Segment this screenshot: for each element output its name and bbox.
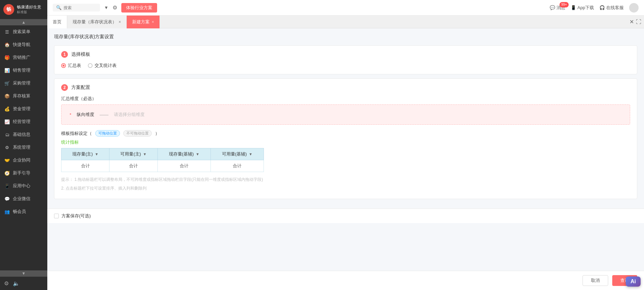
sidebar-item-inventory[interactable]: 📦 库存核算: [0, 90, 47, 102]
content-area: 现存量(库存状况表)方案设置 1 选择模板 汇总表 交叉统计表: [47, 28, 644, 271]
sidebar-footer: ⚙ 🔈: [0, 276, 47, 290]
search-box[interactable]: 🔍: [53, 4, 100, 11]
sidebar-item-search-menu[interactable]: ☰ 搜索菜单: [0, 25, 47, 38]
drag-badge: 可拖动位置: [95, 130, 120, 137]
settings-footer-icon[interactable]: ⚙: [4, 280, 9, 287]
user-avatar[interactable]: [629, 3, 639, 13]
tab-new-scheme-close-icon[interactable]: ×: [152, 20, 154, 24]
sidebar-item-purchase[interactable]: 🛒 采购管理: [0, 77, 47, 90]
sidebar-nav: ☰ 搜索菜单 🏠 快捷导航 🎁 营销推广 📊 销售管理 🛒 采购管理 📦 库存核…: [0, 25, 47, 270]
quick-nav-icon: 🏠: [4, 42, 10, 48]
radio-summary-dot: [61, 63, 66, 68]
section1-title: 选择模板: [71, 51, 90, 57]
search-icon: 🔍: [56, 5, 61, 10]
stat-table: 现存量(主) ▼ 可用量(主) ▼: [61, 148, 264, 172]
col-header-2[interactable]: 现存量(基辅) ▼: [157, 148, 210, 160]
tab-close-window-button[interactable]: ✕: [629, 19, 634, 25]
sidebar-item-basic-info[interactable]: 🗂 基础信息: [0, 128, 47, 141]
tip-2: 2. 点击标题栏下拉可设置排序、插入列和删除列: [61, 185, 630, 192]
dimension-label: 汇总维度（必选）: [61, 96, 630, 102]
enterprise-wx-icon: 💬: [4, 196, 10, 202]
sidebar-item-operations[interactable]: 📈 经营管理: [0, 115, 47, 128]
members-icon: 👥: [4, 209, 10, 215]
no-drag-badge: 不可拖动位置: [123, 130, 152, 137]
sidebar-scroll-down[interactable]: ▼: [0, 270, 47, 276]
indicator-label-close: ）: [155, 130, 159, 137]
dropdown-arrow-icon[interactable]: ▼: [104, 5, 108, 10]
sidebar-item-label: 销售管理: [13, 67, 30, 73]
col-1-label: 可用量(主): [120, 151, 141, 157]
tab-inventory-close-icon[interactable]: ×: [119, 20, 121, 24]
sidebar-item-label: 企业协同: [13, 157, 30, 163]
tab-new-scheme[interactable]: 新建方案 ×: [127, 16, 160, 28]
sidebar-item-label: 采购管理: [13, 80, 30, 86]
sidebar-item-app-center[interactable]: 📱 应用中心: [0, 179, 47, 192]
dimension-name: 纵向维度: [77, 112, 94, 118]
table-header-row: 现存量(主) ▼ 可用量(主) ▼: [61, 148, 264, 160]
tab-home-label: 首页: [53, 19, 61, 25]
sidebar: 畅 畅康通好生意 标准版 ▲ ☰ 搜索菜单 🏠 快捷导航 🎁 营销推广 📊 销售…: [0, 0, 47, 290]
sidebar-item-label: 经营管理: [13, 119, 30, 125]
section2-header: 2 方案配置: [61, 84, 630, 91]
message-count: 99+: [560, 2, 569, 7]
dimension-divider: ——: [100, 112, 108, 117]
sales-icon: 📊: [4, 67, 10, 73]
radio-summary-label: 汇总表: [68, 63, 81, 69]
topbar-right: 💬 消息 99+ 📱 App下载 🎧 在线客服: [550, 3, 639, 13]
indicator-label-text: 模板指标设定（: [61, 130, 92, 137]
main-area: 🔍 ▼ ⚙ 体验行业方案 💬 消息 99+ 📱 App下载 🎧 在线客服: [47, 0, 644, 290]
radio-cross-label: 交叉统计表: [95, 63, 117, 69]
dimension-area[interactable]: * 纵向维度 —— 请选择分组维度: [61, 104, 630, 125]
section2-title: 方案配置: [71, 84, 90, 91]
col-2-arrow-icon[interactable]: ▼: [196, 152, 199, 156]
col-2-label: 现存量(基辅): [169, 151, 194, 157]
sidebar-scroll-up[interactable]: ▲: [0, 19, 47, 25]
sidebar-item-label: 企业微信: [13, 196, 30, 202]
sound-footer-icon[interactable]: 🔈: [13, 280, 20, 287]
col-3-arrow-icon[interactable]: ▼: [249, 152, 252, 156]
save-checkbox[interactable]: [54, 214, 59, 218]
sidebar-item-system[interactable]: ⚙ 系统管理: [0, 141, 47, 154]
sidebar-item-label: 畅会员: [13, 209, 26, 215]
tab-home[interactable]: 首页: [47, 16, 67, 28]
col-header-0[interactable]: 现存量(主) ▼: [61, 148, 109, 160]
sidebar-item-new-guide[interactable]: 🧭 新手引导: [0, 167, 47, 179]
sidebar-item-sales[interactable]: 📊 销售管理: [0, 64, 47, 77]
save-checkbox-area: 方案保存(可选): [47, 209, 644, 223]
search-menu-icon: ☰: [4, 29, 10, 35]
sidebar-item-finance[interactable]: 💰 资金管理: [0, 102, 47, 115]
col-0-arrow-icon[interactable]: ▼: [95, 152, 99, 156]
stat-section-label: 统计指标: [61, 139, 630, 145]
col-header-1[interactable]: 可用量(主) ▼: [109, 148, 157, 160]
search-input[interactable]: [64, 5, 97, 10]
cancel-button[interactable]: 取消: [583, 275, 608, 286]
brand-icon: 畅: [3, 4, 14, 15]
sidebar-item-enterprise-wx[interactable]: 💬 企业微信: [0, 192, 47, 205]
message-badge[interactable]: 💬 消息 99+: [550, 5, 565, 11]
sidebar-item-label: 新手引导: [13, 170, 30, 176]
footer-actions: 取消 查询: [47, 271, 644, 290]
finance-icon: 💰: [4, 106, 10, 112]
ai-badge[interactable]: Ai: [626, 276, 641, 287]
app-download-link[interactable]: 📱 App下载: [571, 5, 594, 11]
sidebar-item-marketing[interactable]: 🎁 营销推广: [0, 51, 47, 64]
sidebar-item-cooperation[interactable]: 🤝 企业协同: [0, 154, 47, 167]
trial-button[interactable]: 体验行业方案: [121, 3, 157, 13]
radio-cross[interactable]: 交叉统计表: [88, 63, 117, 69]
col-header-3[interactable]: 可用量(基辅) ▼: [210, 148, 264, 160]
online-service-link[interactable]: 🎧 在线客服: [599, 5, 624, 11]
sidebar-item-label: 系统管理: [13, 144, 30, 150]
col-1-arrow-icon[interactable]: ▼: [143, 152, 147, 156]
purchase-icon: 🛒: [4, 80, 10, 86]
sidebar-item-label: 快捷导航: [13, 42, 30, 48]
radio-cross-dot: [88, 63, 93, 68]
radio-summary[interactable]: 汇总表: [61, 63, 81, 69]
tab-inventory-status[interactable]: 现存量（库存状况表） ×: [67, 16, 127, 28]
sidebar-item-quick-nav[interactable]: 🏠 快捷导航: [0, 38, 47, 51]
sidebar-item-members[interactable]: 👥 畅会员: [0, 205, 47, 218]
tab-expand-button[interactable]: ⛶: [636, 19, 641, 25]
topbar-gear-icon[interactable]: ⚙: [113, 4, 117, 11]
indicator-settings: 模板指标设定（ 可拖动位置 不可拖动位置 ） 统计指标 现存量(主): [61, 130, 630, 192]
sidebar-item-label: 营销推广: [13, 54, 30, 61]
brand-text: 畅康通好生意 标准版: [17, 4, 41, 15]
